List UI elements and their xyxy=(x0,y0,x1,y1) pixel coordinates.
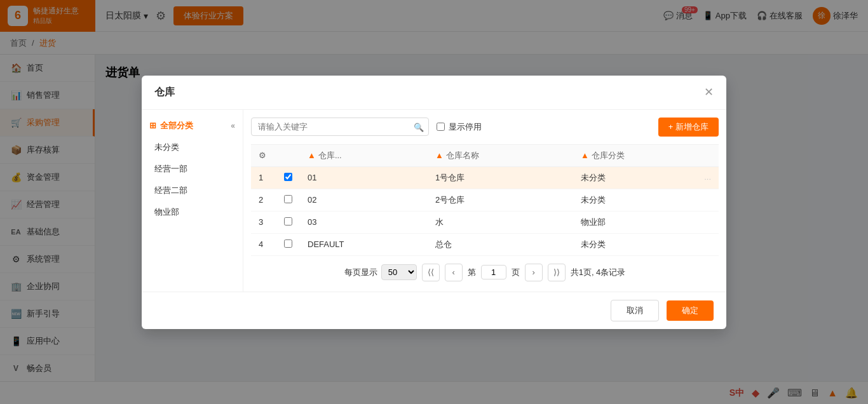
last-page-button[interactable]: ⟩⟩ xyxy=(548,264,566,281)
category-item-op1[interactable]: 经营一部 xyxy=(142,158,243,180)
collapse-button[interactable]: « xyxy=(231,121,235,130)
page-size-select: 每页显示 50 100 200 xyxy=(344,264,417,280)
row-no: 1 xyxy=(251,166,276,189)
row-name: 1号仓库 xyxy=(428,166,573,189)
col-name[interactable]: ▲仓库名称 xyxy=(428,144,573,166)
show-disabled-label[interactable]: 显示停用 xyxy=(437,121,482,133)
modal-close-button[interactable]: ✕ xyxy=(704,86,714,98)
row-code: 01 xyxy=(300,166,428,189)
next-page-button[interactable]: › xyxy=(525,264,543,281)
row-name: 水 xyxy=(428,211,573,233)
confirm-button[interactable]: 确定 xyxy=(667,300,714,321)
category-item-unclassified[interactable]: 未分类 xyxy=(142,137,243,158)
modal-overlay: 仓库 ✕ ⊞ 全部分类 « 未分类 经营一部 经营二部 物业部 xyxy=(0,0,868,404)
table-row[interactable]: 4 DEFAULT 总仓 未分类 xyxy=(251,233,719,255)
category-item-property[interactable]: 物业部 xyxy=(142,201,243,223)
pagination: 每页显示 50 100 200 ⟨⟨ ‹ 第 页 › ⟩⟩ 共1页, 4条记录 xyxy=(251,256,719,284)
add-warehouse-button[interactable]: + 新增仓库 xyxy=(658,118,719,137)
row-checkbox[interactable] xyxy=(276,166,300,189)
table-row[interactable]: 2 02 2号仓库 未分类 xyxy=(251,189,719,211)
table-toolbar: 🔍 显示停用 + 新增仓库 xyxy=(251,118,719,137)
modal-title: 仓库 xyxy=(154,86,175,99)
warehouse-table-wrap: ⚙ ▲仓库... ▲仓库名称 ▲仓库分类 1 01 1号仓库 未分类... 2 xyxy=(251,144,719,256)
row-name: 总仓 xyxy=(428,233,573,255)
category-item-op2[interactable]: 经营二部 xyxy=(142,180,243,201)
page-input[interactable] xyxy=(481,265,506,279)
row-actions-icon[interactable]: ... xyxy=(704,172,711,182)
warehouse-modal: 仓库 ✕ ⊞ 全部分类 « 未分类 经营一部 经营二部 物业部 xyxy=(142,76,726,329)
search-wrap: 🔍 xyxy=(251,118,429,136)
row-category: 未分类 xyxy=(573,233,719,255)
row-no: 3 xyxy=(251,211,276,233)
table-area: 🔍 显示停用 + 新增仓库 ⚙ xyxy=(243,110,726,292)
search-input[interactable] xyxy=(251,118,429,136)
grid-icon: ⊞ xyxy=(149,121,156,130)
row-code: 03 xyxy=(300,211,428,233)
prev-page-button[interactable]: ‹ xyxy=(445,264,463,281)
warehouse-table: ⚙ ▲仓库... ▲仓库名称 ▲仓库分类 1 01 1号仓库 未分类... 2 xyxy=(251,144,719,256)
total-label: 共1页, 4条记录 xyxy=(571,267,626,278)
search-icon[interactable]: 🔍 xyxy=(414,122,424,131)
table-row[interactable]: 1 01 1号仓库 未分类... xyxy=(251,166,719,189)
row-code: DEFAULT xyxy=(300,233,428,255)
show-disabled-checkbox[interactable] xyxy=(437,123,445,131)
row-code: 02 xyxy=(300,189,428,211)
row-no: 4 xyxy=(251,233,276,255)
row-no: 2 xyxy=(251,189,276,211)
row-category: 未分类 xyxy=(573,189,719,211)
modal-footer: 取消 确定 xyxy=(142,292,726,329)
modal-header: 仓库 ✕ xyxy=(142,76,726,110)
col-checkbox xyxy=(276,144,300,166)
col-settings[interactable]: ⚙ xyxy=(251,144,276,166)
col-category[interactable]: ▲仓库分类 xyxy=(573,144,719,166)
row-name: 2号仓库 xyxy=(428,189,573,211)
row-checkbox[interactable] xyxy=(276,211,300,233)
row-category: 物业部 xyxy=(573,211,719,233)
category-sidebar: ⊞ 全部分类 « 未分类 经营一部 经营二部 物业部 xyxy=(142,110,243,292)
modal-body: ⊞ 全部分类 « 未分类 经营一部 经营二部 物业部 🔍 xyxy=(142,110,726,292)
table-row[interactable]: 3 03 水 物业部 xyxy=(251,211,719,233)
first-page-button[interactable]: ⟨⟨ xyxy=(422,264,440,281)
cancel-button[interactable]: 取消 xyxy=(611,300,659,321)
category-header-label: 全部分类 xyxy=(160,120,193,131)
category-header: ⊞ 全部分类 « xyxy=(142,115,243,137)
col-code[interactable]: ▲仓库... xyxy=(300,144,428,166)
row-category: 未分类... xyxy=(573,166,719,189)
row-checkbox[interactable] xyxy=(276,233,300,255)
row-checkbox[interactable] xyxy=(276,189,300,211)
page-size-dropdown[interactable]: 50 100 200 xyxy=(381,264,417,280)
